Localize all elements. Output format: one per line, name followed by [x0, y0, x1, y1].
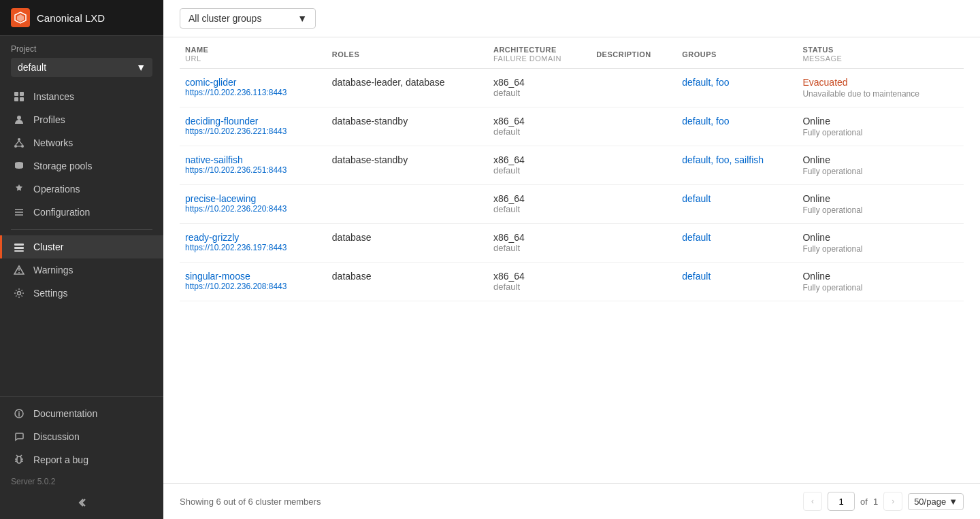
- cluster-table-container: NAME URL ROLES ARCHITECTURE FAILURE DOMA…: [163, 37, 980, 483]
- warnings-icon: [13, 264, 25, 276]
- svg-line-11: [19, 141, 22, 145]
- member-url[interactable]: https://10.202.236.220:8443: [185, 204, 321, 214]
- svg-rect-2: [14, 92, 18, 96]
- sidebar-label-warnings: Warnings: [33, 265, 74, 275]
- cell-name-url: singular-moose https://10.202.236.208:84…: [180, 263, 327, 301]
- pagination-controls: ‹ of 1 › 50/page ▼: [803, 492, 964, 511]
- server-version: Server 5.0.2: [0, 471, 163, 492]
- col-header-name: NAME URL: [180, 37, 327, 69]
- config-icon: [13, 206, 25, 218]
- discussion-icon: [13, 431, 25, 443]
- cell-roles: [327, 185, 488, 224]
- main-content: All cluster groups ▼ NAME URL ROLES A: [163, 0, 980, 519]
- member-name[interactable]: comic-glider: [185, 77, 321, 88]
- svg-rect-19: [14, 250, 24, 252]
- sidebar-item-documentation[interactable]: Documentation: [0, 402, 163, 425]
- sidebar-item-profiles[interactable]: Profiles: [0, 108, 163, 131]
- svg-point-7: [18, 138, 20, 141]
- member-name[interactable]: ready-grizzly: [185, 232, 321, 243]
- cell-architecture: x86_64 default: [488, 69, 591, 107]
- table-row: singular-moose https://10.202.236.208:84…: [180, 263, 964, 301]
- cell-roles: database-standby: [327, 107, 488, 146]
- table-row: precise-lacewing https://10.202.236.220:…: [180, 185, 964, 224]
- sidebar-label-profiles: Profiles: [33, 114, 65, 125]
- cell-status: Online Fully operational: [797, 146, 964, 185]
- prev-page-button[interactable]: ‹: [803, 492, 822, 511]
- sidebar-item-report-bug[interactable]: Report a bug: [0, 448, 163, 471]
- per-page-selector[interactable]: 50/page ▼: [908, 493, 964, 510]
- cluster-icon: [13, 241, 25, 253]
- cell-description: [591, 107, 676, 146]
- cell-roles: database: [327, 224, 488, 263]
- cell-architecture: x86_64 default: [488, 263, 591, 301]
- sidebar-label-instances: Instances: [33, 91, 74, 102]
- member-url[interactable]: https://10.202.236.113:8443: [185, 88, 321, 97]
- cell-roles: database-standby: [327, 146, 488, 185]
- sidebar-item-settings[interactable]: Settings: [0, 282, 163, 305]
- cell-status: Online Fully operational: [797, 107, 964, 146]
- project-current: default: [18, 62, 46, 73]
- pagination-info: Showing 6 out of 6 cluster members: [180, 497, 321, 507]
- sidebar-item-instances[interactable]: Instances: [0, 85, 163, 108]
- cell-name-url: deciding-flounder https://10.202.236.221…: [180, 107, 327, 146]
- sidebar-item-storage-pools[interactable]: Storage pools: [0, 154, 163, 178]
- member-url[interactable]: https://10.202.236.208:8443: [185, 282, 321, 291]
- cell-name-url: native-sailfish https://10.202.236.251:8…: [180, 146, 327, 185]
- svg-rect-5: [20, 97, 24, 101]
- cell-name-url: precise-lacewing https://10.202.236.220:…: [180, 185, 327, 224]
- member-url[interactable]: https://10.202.236.221:8443: [185, 127, 321, 136]
- svg-rect-3: [20, 92, 24, 96]
- member-name[interactable]: singular-moose: [185, 271, 321, 282]
- collapse-sidebar-button[interactable]: [0, 492, 163, 514]
- table-row: ready-grizzly https://10.202.236.197:844…: [180, 224, 964, 263]
- sidebar-item-discussion[interactable]: Discussion: [0, 425, 163, 448]
- nav-divider: [11, 229, 152, 230]
- instances-icon: [13, 90, 25, 103]
- cell-groups: default: [676, 224, 797, 263]
- col-header-architecture: ARCHITECTURE FAILURE DOMAIN: [488, 37, 591, 69]
- member-name[interactable]: native-sailfish: [185, 154, 321, 165]
- member-name[interactable]: precise-lacewing: [185, 193, 321, 204]
- cell-status: Online Fully operational: [797, 185, 964, 224]
- cell-description: [591, 69, 676, 107]
- svg-rect-18: [14, 247, 24, 249]
- sidebar-item-networks[interactable]: Networks: [0, 131, 163, 154]
- app-logo: [11, 8, 30, 27]
- svg-point-20: [18, 272, 19, 273]
- sidebar-item-warnings[interactable]: Warnings: [0, 258, 163, 282]
- cell-status: Evacuated Unavailable due to maintenance: [797, 69, 964, 107]
- next-page-button[interactable]: ›: [883, 492, 902, 511]
- total-pages: 1: [873, 497, 878, 507]
- project-selector[interactable]: default ▼: [11, 58, 152, 77]
- sidebar-item-configuration[interactable]: Configuration: [0, 201, 163, 224]
- page-of-label: of: [860, 497, 868, 507]
- sidebar-item-operations[interactable]: Operations: [0, 178, 163, 201]
- cluster-group-selector[interactable]: All cluster groups ▼: [180, 8, 316, 29]
- chevron-down-icon: ▼: [136, 62, 146, 73]
- cluster-table: NAME URL ROLES ARCHITECTURE FAILURE DOMA…: [180, 37, 964, 301]
- sidebar: Canonical LXD Project default ▼ Instance…: [0, 0, 163, 519]
- cell-description: [591, 224, 676, 263]
- pagination-bar: Showing 6 out of 6 cluster members ‹ of …: [163, 483, 980, 519]
- cell-groups: default: [676, 185, 797, 224]
- cell-groups: default, foo, sailfish: [676, 146, 797, 185]
- profiles-icon: [13, 114, 25, 126]
- cell-groups: default, foo: [676, 69, 797, 107]
- sidebar-item-cluster[interactable]: Cluster: [0, 235, 163, 258]
- sidebar-label-cluster: Cluster: [33, 241, 63, 252]
- per-page-label: 50/page: [914, 497, 946, 507]
- sidebar-label-discussion: Discussion: [33, 431, 80, 442]
- nav-section: Instances Profiles: [0, 80, 163, 396]
- sidebar-label-configuration: Configuration: [33, 207, 90, 218]
- sidebar-label-documentation: Documentation: [33, 408, 97, 419]
- cell-architecture: x86_64 default: [488, 224, 591, 263]
- col-header-status: STATUS MESSAGE: [797, 37, 964, 69]
- cell-description: [591, 263, 676, 301]
- page-number-input[interactable]: [828, 492, 855, 511]
- member-url[interactable]: https://10.202.236.251:8443: [185, 165, 321, 175]
- member-url[interactable]: https://10.202.236.197:8443: [185, 243, 321, 252]
- cluster-group-chevron-icon: ▼: [297, 13, 307, 24]
- table-header-row: NAME URL ROLES ARCHITECTURE FAILURE DOMA…: [180, 37, 964, 69]
- storage-icon: [13, 160, 25, 172]
- member-name[interactable]: deciding-flounder: [185, 116, 321, 127]
